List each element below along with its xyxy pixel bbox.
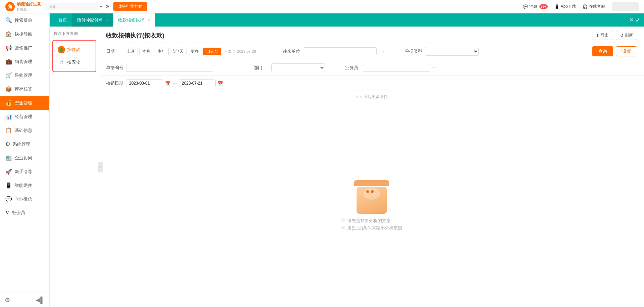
messages-badge: 99+ <box>539 4 548 9</box>
this-month-btn[interactable]: 本月 <box>139 48 153 55</box>
filter-receipt-label: 按收款 <box>67 47 80 53</box>
calendar-start-icon[interactable]: 📅 <box>165 81 170 86</box>
sidebar-item-label: 库存核算 <box>15 86 32 92</box>
tab-home-label: 首页 <box>58 17 67 23</box>
dropdown-icon[interactable]: ▾ <box>100 4 102 9</box>
dept-label: 部门 <box>254 65 269 71</box>
filter-row-2: 单据编号 部门 业务员 ··· <box>99 60 644 76</box>
salesperson-input[interactable] <box>363 64 430 72</box>
salesperson-label: 业务员 <box>345 65 360 71</box>
hint-text-2: 用[过滤]条件来缩小分析范围 <box>347 225 402 231</box>
sidebar-item-label: 经营管理 <box>15 114 32 120</box>
last-month-btn[interactable]: 上月 <box>124 48 138 55</box>
tab-prepayment-close[interactable]: × <box>106 18 108 22</box>
sidebar-item-beginner[interactable]: 🚀 新手引导 <box>0 165 49 178</box>
service-icon: 🎧 <box>583 4 588 9</box>
sidebar-item-basic[interactable]: 📋 基础信息 <box>0 123 49 137</box>
membership-icon: V <box>5 210 9 216</box>
tab-writeoff-label: 收款核销执行 <box>118 17 144 23</box>
gear-icon[interactable]: ⚙ <box>105 4 109 10</box>
sidebar-item-label: 系统管理 <box>13 141 30 147</box>
sidebar-item-wechat[interactable]: 💬 企业微信 <box>0 192 49 206</box>
tab-prepayment-label: 预付冲应付单 <box>77 17 103 23</box>
customer-service-label: 在线客服 <box>589 4 605 9</box>
query-btn[interactable]: 查询 <box>592 46 613 56</box>
messages-btn[interactable]: 💬 消息 99+ <box>523 4 548 9</box>
sidebar-item-system[interactable]: ⚙ 系统管理 <box>0 137 49 151</box>
search-input[interactable] <box>45 3 99 10</box>
tab-prepayment[interactable]: 预付冲应付单 × <box>72 13 113 27</box>
date-range: 📅 — 📅 <box>126 79 223 87</box>
filter-receivable-label: 按应收 <box>67 59 80 65</box>
app-download-label: App下载 <box>561 4 576 9</box>
sidebar-item-sales[interactable]: 💼 销售管理 <box>0 55 49 68</box>
panel-collapse-btn[interactable]: « <box>98 162 103 172</box>
doctype-select[interactable] <box>425 47 479 56</box>
doctype-label: 单据类型 <box>405 48 422 54</box>
writeoff-date-group: 核销日期 📅 — 📅 <box>106 79 223 87</box>
app-logo: 兔 畅捷通好生意 标准版 <box>5 1 41 12</box>
salesperson-filter-group: 业务员 ··· <box>345 64 438 72</box>
finance-icon: 💰 <box>5 100 12 106</box>
sidebar-item-label: 采购管理 <box>15 72 32 79</box>
empty-illustration <box>352 177 392 214</box>
salesperson-dots[interactable]: ··· <box>433 65 438 71</box>
date-filter-group: 日期 上月 本月 本年 近7天 更多 自定义 不限 至 2023-07-26 <box>106 48 256 55</box>
this-year-btn[interactable]: 本年 <box>155 48 169 55</box>
7days-btn[interactable]: 近7天 <box>170 48 186 55</box>
writeoff-date-label: 核销日期 <box>106 80 123 86</box>
tab-home[interactable]: 首页 <box>54 13 72 27</box>
receivable-icon: ⏱ <box>58 59 65 66</box>
sidebar-item-smart-hw[interactable]: 📱 智能硬件 <box>0 178 49 192</box>
window-maximize-btn[interactable]: ⤢ <box>636 17 640 23</box>
more-btn[interactable]: 更多 <box>188 48 202 55</box>
industry-btn[interactable]: 休验行业方案 <box>113 2 147 11</box>
sidebar-item-finance[interactable]: 💰 资金管理 <box>0 96 49 110</box>
sidebar-item-biz[interactable]: 📊 经营管理 <box>0 110 49 123</box>
sidebar: 🔍 搜索菜单 🏠 快捷导航 📢 营销推广 💼 销售管理 🛒 采购管理 📦 库存核… <box>0 13 50 307</box>
hint-num-1: ① <box>341 218 345 223</box>
sidebar-item-label: 销售管理 <box>15 59 32 65</box>
calendar-end-icon[interactable]: 📅 <box>218 81 223 86</box>
filter-by-receivable[interactable]: ⏱ 按应收 <box>56 56 93 69</box>
sidebar-item-enterprise[interactable]: 🏢 企业协同 <box>0 151 49 165</box>
tab-bar: 首页 预付冲应付单 × 收款核销执行 × ✕ ⤢ <box>50 13 644 27</box>
filter-by-receipt[interactable]: 💲 按收款 <box>56 43 93 56</box>
settings-btn[interactable]: 设置 <box>616 46 637 56</box>
sidebar-item-label: 智能硬件 <box>15 183 32 189</box>
collapse-more-btn[interactable]: ∧∧ 收起更多条件 <box>99 91 644 102</box>
docnum-input[interactable] <box>126 64 213 72</box>
logo-icon: 兔 <box>5 2 15 11</box>
box-face <box>363 188 380 200</box>
app-download-btn[interactable]: 📱 App下载 <box>554 4 576 9</box>
counterpart-dots[interactable]: ··· <box>379 48 385 54</box>
sidebar-item-membership[interactable]: V 畅会员 <box>0 206 49 219</box>
tab-writeoff-close[interactable]: × <box>148 18 150 22</box>
writeoff-start-input[interactable] <box>126 79 163 87</box>
dept-select[interactable] <box>271 63 325 72</box>
writeoff-end-input[interactable] <box>179 79 216 87</box>
filter-options-border: 💲 按收款 ⏱ 按应收 <box>52 40 96 72</box>
docnum-filter-group: 单据编号 <box>106 64 213 72</box>
counterpart-input[interactable] <box>303 47 377 55</box>
sidebar-collapse-icon[interactable]: ◀▌ <box>36 296 45 304</box>
form-header-actions: ⬆ 导出 ↺ 刷新 <box>592 31 637 40</box>
sidebar-item-search-menu[interactable]: 🔍 搜索菜单 <box>0 13 49 27</box>
sidebar-item-inventory[interactable]: 📦 库存核算 <box>0 82 49 96</box>
sidebar-item-purchase[interactable]: 🛒 采购管理 <box>0 68 49 82</box>
sidebar-item-marketing[interactable]: 📢 营销推广 <box>0 41 49 55</box>
top-bar: 兔 畅捷通好生意 标准版 ▾ ⚙ 休验行业方案 💬 消息 99+ 📱 App下载… <box>0 0 644 13</box>
refresh-btn[interactable]: ↺ 刷新 <box>616 31 637 40</box>
tab-writeoff[interactable]: 收款核销执行 × <box>113 13 155 27</box>
system-icon: ⚙ <box>5 141 10 147</box>
user-info <box>612 2 639 11</box>
filter-panel-title: 按以下方查询 <box>52 31 96 37</box>
sidebar-settings-icon[interactable]: ⚙ <box>5 296 10 304</box>
app-version: 标准版 <box>17 7 41 12</box>
sidebar-item-quick-nav[interactable]: 🏠 快捷导航 <box>0 27 49 41</box>
window-close-btn[interactable]: ✕ <box>629 17 634 23</box>
custom-btn[interactable]: 自定义 <box>203 48 221 55</box>
export-btn[interactable]: ⬆ 导出 <box>592 31 613 40</box>
tab-bar-actions: ✕ ⤢ <box>629 17 640 23</box>
customer-service-btn[interactable]: 🎧 在线客服 <box>583 4 605 9</box>
